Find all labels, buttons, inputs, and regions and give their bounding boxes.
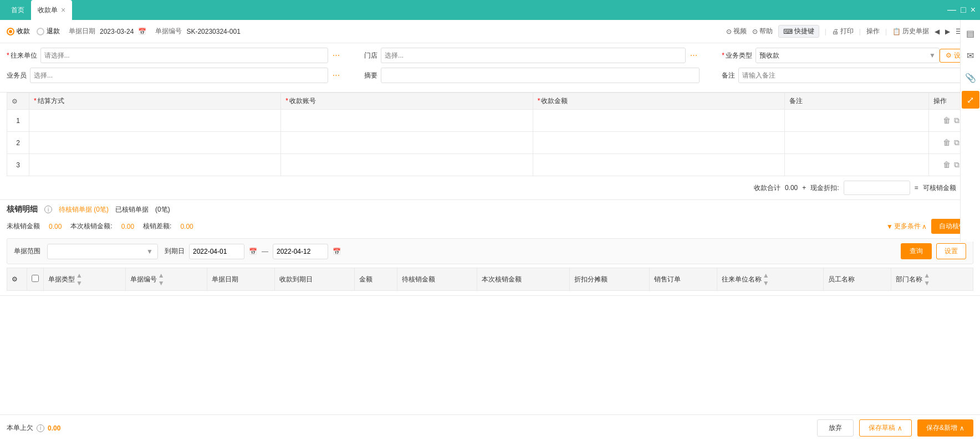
delete-icon-3[interactable]: 🗑 — [943, 160, 951, 170]
settlement-cell-1[interactable] — [29, 110, 281, 132]
toolbar-right: ⊙ 视频 ⊙ 帮助 ⌨ 快捷键 | 🖨 打印 | 操作 | 📋 — [726, 25, 973, 38]
operation-link[interactable]: 操作 — [866, 27, 880, 36]
discard-button[interactable]: 放弃 — [817, 419, 854, 437]
save-new-button[interactable]: 保存&新增 ∧ — [917, 419, 973, 437]
summary-field: 摘要 — [364, 68, 700, 83]
footer-info-icon[interactable]: i — [37, 424, 44, 432]
maximize-icon[interactable]: □ — [961, 5, 966, 15]
verify-info-icon[interactable]: i — [44, 206, 52, 213]
bottom-col-employee: 员工名称 — [824, 268, 891, 291]
history-icon: 📋 — [892, 28, 901, 35]
video-link[interactable]: ⊙ 视频 — [726, 27, 747, 36]
store-more-icon[interactable]: ··· — [688, 50, 700, 60]
close-icon[interactable]: × — [971, 5, 976, 15]
sidebar-table-icon[interactable]: ▤ — [962, 24, 979, 42]
verify-stats: 未核销金额 0.00 本次核销金额: 0.00 核销差额: 0.00 ▼ 更多条… — [7, 219, 973, 234]
tab-home[interactable]: 首页 — [4, 0, 31, 20]
form-area: *往来单位 ··· 门店 ··· *业务类型 预收款 ▼ ⚙ 设置 — [0, 43, 980, 93]
account-cell-2[interactable] — [281, 132, 533, 154]
settlement-cell-2[interactable] — [29, 132, 281, 154]
summary-row: 收款合计 0.00 + 现金折扣: = 可核销金额 0.00 — [0, 176, 980, 200]
data-table: ⚙ *结算方式 *收款账号 *收款金额 备注 操作 — [7, 93, 973, 176]
doc-info: 单据日期 2023-03-24 📅 单据编号 SK-20230324-001 — [69, 27, 241, 36]
form-row-1: *往来单位 ··· 门店 ··· *业务类型 预收款 ▼ ⚙ 设置 — [7, 48, 973, 63]
bottom-col-checkbox — [27, 268, 44, 291]
radio-refund[interactable]: 退款 — [37, 27, 60, 36]
radio-income-circle — [7, 28, 14, 35]
range-chevron-icon: ▼ — [146, 248, 153, 255]
salesman-input[interactable] — [30, 68, 328, 83]
select-all-checkbox[interactable] — [32, 275, 39, 282]
bottom-col-amount: 金额 — [355, 268, 397, 291]
date-calendar-icon[interactable]: 📅 — [138, 28, 146, 35]
pending-tab[interactable]: 待核销单据 (0笔) — [59, 205, 109, 214]
col-account-header: *收款账号 — [281, 93, 533, 110]
copy-icon-2[interactable]: ⧉ — [954, 138, 959, 147]
date-to-calendar-icon[interactable]: 📅 — [333, 248, 341, 255]
sidebar-email-icon[interactable]: ✉ — [962, 47, 979, 64]
table-row: 2 🗑 ⧉ — [7, 132, 973, 154]
discount-input[interactable] — [844, 181, 910, 195]
delete-icon-2[interactable]: 🗑 — [943, 138, 951, 147]
partner-input[interactable] — [40, 48, 328, 63]
salesman-field: 业务员 ··· — [7, 68, 342, 83]
settlement-cell-3[interactable] — [29, 154, 281, 176]
more-conditions-btn[interactable]: ▼ 更多条件 ∧ — [886, 222, 927, 231]
sidebar-attach-icon[interactable]: 📎 — [962, 69, 979, 86]
tab-close-icon[interactable]: × — [61, 0, 65, 20]
delete-icon-1[interactable]: 🗑 — [943, 116, 951, 125]
copy-icon-1[interactable]: ⧉ — [954, 116, 959, 125]
copy-icon-3[interactable]: ⧉ — [954, 160, 959, 170]
bottom-col-department: 部门名称 ▲▼ — [891, 268, 973, 291]
bottom-col-sales-order: 销售订单 — [650, 268, 717, 291]
bottom-col-doc-date: 单据日期 — [207, 268, 275, 291]
summary-input[interactable] — [381, 68, 700, 83]
date-from-input[interactable] — [189, 244, 244, 259]
range-select[interactable]: ▼ — [47, 244, 158, 259]
date-to-input[interactable] — [273, 244, 328, 259]
print-link[interactable]: 🖨 打印 — [832, 27, 854, 36]
account-cell-1[interactable] — [281, 110, 533, 132]
remark-cell-3[interactable] — [785, 154, 929, 176]
help-link[interactable]: ⊙ 帮助 — [752, 27, 773, 36]
save-draft-button[interactable]: 保存草稿 ∧ — [859, 419, 912, 437]
remark-cell-1[interactable] — [785, 110, 929, 132]
remark-cell-2[interactable] — [785, 132, 929, 154]
radio-income[interactable]: 收款 — [7, 27, 30, 36]
biz-type-select[interactable]: 预收款 ▼ — [756, 48, 940, 63]
table-row: 3 🗑 ⧉ — [7, 154, 973, 176]
help-icon: ⊙ — [752, 28, 758, 35]
bottom-col-doc-type: 单据类型 ▲▼ — [44, 268, 126, 291]
amount-cell-3[interactable] — [533, 154, 784, 176]
right-sidebar: ▤ ✉ 📎 ⤢ — [960, 20, 980, 242]
bottom-table: ⚙ 单据类型 ▲▼ 单据编号 — [7, 268, 973, 291]
table-settings-icon[interactable]: ⚙ — [12, 98, 18, 105]
query-button[interactable]: 查询 — [901, 243, 932, 259]
account-cell-3[interactable] — [281, 154, 533, 176]
partner-more-icon[interactable]: ··· — [330, 50, 342, 60]
sidebar-expand-icon[interactable]: ⤢ — [962, 91, 979, 109]
remark-input[interactable] — [738, 68, 973, 83]
filter-setting-button[interactable]: 设置 — [936, 243, 966, 259]
store-input[interactable] — [381, 48, 686, 63]
gear-icon: ⚙ — [946, 52, 952, 59]
minimize-icon[interactable]: — — [947, 5, 956, 15]
date-from-calendar-icon[interactable]: 📅 — [249, 248, 257, 255]
amount-cell-2[interactable] — [533, 132, 784, 154]
bottom-table-wrapper: ⚙ 单据类型 ▲▼ 单据编号 — [7, 268, 973, 291]
bottom-col-discount: 折扣分摊额 — [569, 268, 649, 291]
history-link[interactable]: 📋 历史单据 — [892, 27, 929, 36]
remark-field: 备注 — [722, 68, 973, 83]
bottom-col-doc-no: 单据编号 ▲▼ — [125, 268, 207, 291]
amount-cell-1[interactable] — [533, 110, 784, 132]
bottom-settings-icon[interactable]: ⚙ — [12, 275, 18, 283]
nav-right-icon[interactable]: ▶ — [945, 28, 950, 35]
bottom-col-partner-name: 往来单位名称 ▲▼ — [717, 268, 824, 291]
tab-active[interactable]: 收款单 × — [31, 0, 72, 20]
shortcut-button[interactable]: ⌨ 快捷键 — [778, 25, 819, 38]
col-settings-header: ⚙ — [7, 93, 29, 110]
nav-left-icon[interactable]: ◀ — [935, 28, 940, 35]
bottom-col-pending: 待核销金额 — [397, 268, 477, 291]
salesman-more-icon[interactable]: ··· — [330, 70, 342, 80]
video-icon: ⊙ — [726, 28, 732, 35]
